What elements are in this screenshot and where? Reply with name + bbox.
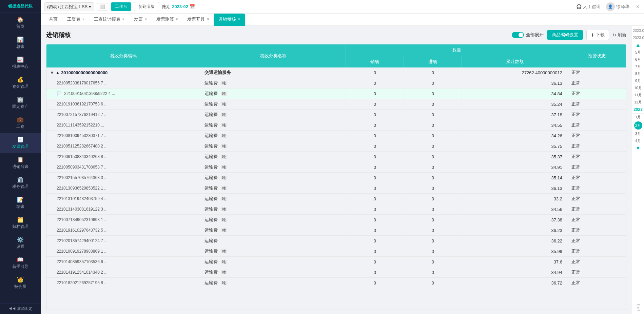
table-row: 2210072157376219412 7 ... 运输费 吨 0 0 37.1… xyxy=(46,110,626,120)
expand-toggle[interactable] xyxy=(512,32,524,38)
sidebar-label-funds: 资金管理 xyxy=(12,84,28,90)
td-status: 正常 xyxy=(568,67,626,78)
settings-button[interactable]: 商品编码设置 xyxy=(547,30,583,40)
td-purchase: 0 xyxy=(404,67,462,78)
tab-salary-stats[interactable]: 工资统计报表 × xyxy=(89,14,129,26)
chevron-down-icon: ▾ xyxy=(89,4,91,9)
sidebar-item-home[interactable]: 🏠 首页 xyxy=(0,13,41,33)
page-title: 进销稽核 xyxy=(46,31,71,39)
td-name: 运输费 吨 xyxy=(201,162,346,173)
td-status: 正常 xyxy=(568,89,626,99)
td-cumulative: 34.26 xyxy=(462,131,568,141)
month-9[interactable]: 9月 xyxy=(632,77,644,84)
tab-invoice[interactable]: 发票 × xyxy=(129,14,152,26)
support-label: 人工咨询 xyxy=(583,4,601,10)
app-name: 畅捷通易代账 xyxy=(8,4,33,8)
td-invoice-no: 2210182021269257195 8 ... xyxy=(46,278,201,288)
td-purchase: 0 xyxy=(404,110,462,120)
support-button[interactable]: 🎧 人工咨询 xyxy=(576,4,601,10)
table-row: 2210191036192170753 6 ... 运输费 吨 0 0 35.2… xyxy=(46,99,626,110)
sidebar-label-purchase-ledger: 进销台账 xyxy=(12,164,28,170)
td-name: 运输费 吨 xyxy=(201,99,346,110)
td-status: 正常 xyxy=(568,152,626,162)
tab-invoice-issue[interactable]: 发票开具 × xyxy=(182,14,214,26)
download-button[interactable]: ⬇ 下载 xyxy=(586,30,609,40)
sidebar-item-reports[interactable]: 📈 报表中心 xyxy=(0,53,41,73)
sidebar-item-settings[interactable]: ⚙️ 设置 xyxy=(0,233,41,253)
month-7[interactable]: 7月 xyxy=(632,63,644,70)
td-name: 运输费 吨 xyxy=(201,89,346,99)
table-row: 2210191610297643732 5 ... 运输费 吨 0 0 36.2… xyxy=(46,225,626,236)
td-invoice-no: 2210051125282667480 2 ... xyxy=(46,141,201,152)
td-name: 运输费 吨 xyxy=(201,131,346,141)
sidebar-item-funds[interactable]: 💰 资金管理 xyxy=(0,73,41,93)
nav-up-button[interactable]: ▲ xyxy=(635,41,642,49)
td-purchase: 0 xyxy=(404,194,462,204)
sidebar-label-reports: 报表中心 xyxy=(12,64,28,70)
month-8[interactable]: 8月 xyxy=(632,70,644,77)
workspace-button[interactable]: 工作台 xyxy=(111,2,131,11)
close-tab-invoice-calc[interactable]: × xyxy=(176,17,178,21)
td-sale: 0 xyxy=(346,99,404,110)
close-tab-invoice-issue[interactable]: × xyxy=(207,17,209,21)
close-window-button[interactable]: × xyxy=(635,4,641,10)
td-invoice-no: 2210050903431708658 7 ... xyxy=(46,162,201,173)
month-3[interactable]: 3月 xyxy=(632,130,644,137)
sidebar-label-member: 畅会员 xyxy=(14,284,26,290)
close-tab-salary[interactable]: × xyxy=(82,17,84,21)
sidebar-item-purchase-ledger[interactable]: 📋 进销台账 xyxy=(0,153,41,173)
month-11[interactable]: 11月 xyxy=(632,92,644,99)
sidebar-label-tax: 税务管理 xyxy=(12,184,28,190)
td-purchase: 0 xyxy=(404,267,462,278)
td-invoice-no: 2210131403081619122 3 ... xyxy=(46,204,201,215)
sidebar-item-ledger[interactable]: 📊 总账 xyxy=(0,33,41,53)
sidebar-item-member[interactable]: 👑 畅会员 xyxy=(0,273,41,293)
main-area: (勿动) 江西报宝-LSS ▾ ⬜ 工作台 切到旧版 账期 2023-02 📅 … xyxy=(41,0,644,314)
sidebar-item-archive[interactable]: 🗂️ 归档管理 xyxy=(0,213,41,233)
close-tab-invoice[interactable]: × xyxy=(145,17,147,21)
user-menu[interactable]: 👤 徐泽华 xyxy=(606,2,629,11)
sidebar-item-guide[interactable]: 📖 新手引导 xyxy=(0,253,41,273)
switch-version-button[interactable]: 切到旧版 xyxy=(134,2,159,11)
td-code: ▼ ▲ 3010000000000000000 xyxy=(46,67,201,78)
month-10[interactable]: 10月 xyxy=(632,84,644,92)
td-cumulative: 36.13 xyxy=(462,78,568,89)
month-1[interactable]: 1月 xyxy=(632,114,644,121)
sidebar-item-checkout[interactable]: 📝 结账 xyxy=(0,193,41,213)
td-cumulative: 35.99 xyxy=(462,246,568,257)
td-name: 运输费 吨 xyxy=(201,278,346,288)
td-cumulative: 34.84 xyxy=(462,89,568,99)
company-selector[interactable]: (勿动) 江西报宝-LSS ▾ xyxy=(44,2,94,11)
month-6[interactable]: 6月 xyxy=(632,56,644,63)
td-name: 运输费 吨 xyxy=(201,152,346,162)
month-5[interactable]: 5月 xyxy=(632,49,644,56)
calendar-icon[interactable]: 📅 xyxy=(190,4,195,9)
month-4[interactable]: 4月 xyxy=(632,137,644,144)
month-2-active[interactable]: 2月 xyxy=(634,121,642,130)
td-cumulative: 34.56 xyxy=(462,204,568,215)
sidebar-item-invoice[interactable]: 🧾 发票管理 xyxy=(0,133,41,153)
reports-icon: 📈 xyxy=(17,56,24,63)
sidebar-item-tax[interactable]: 🏛️ 税务管理 xyxy=(0,173,41,193)
table-row: 2210061508340340268 8 ... 运输费 吨 0 0 35.3… xyxy=(46,152,626,162)
close-tab-salary-stats[interactable]: × xyxy=(122,17,124,21)
download-icon: ⬇ xyxy=(591,33,594,38)
refresh-button[interactable]: ↻ 刷新 xyxy=(612,32,626,38)
tab-sale-check[interactable]: 进销稽核 × xyxy=(214,14,245,26)
td-cumulative: 36.22 xyxy=(462,236,568,246)
copy-button[interactable]: ⬜ xyxy=(97,3,108,11)
expand-icon[interactable]: ▼ xyxy=(50,70,54,75)
month-12[interactable]: 12月 xyxy=(632,99,644,106)
td-sale: 0 xyxy=(346,194,404,204)
sidebar-item-salary[interactable]: 💼 工资 xyxy=(0,113,41,133)
tab-salary-table[interactable]: 工资表 × xyxy=(62,14,89,26)
tab-home[interactable]: 首页 xyxy=(44,14,62,26)
close-tab-sale-check[interactable]: × xyxy=(238,17,240,21)
topbar: (勿动) 江西报宝-LSS ▾ ⬜ 工作台 切到旧版 账期 2023-02 📅 … xyxy=(41,0,644,14)
nav-down-button[interactable]: ▼ xyxy=(635,144,642,152)
toggle-expand: 全部展开 xyxy=(512,32,544,38)
sidebar-bottom-pin[interactable]: ◀◀ 取消固定 xyxy=(0,303,41,314)
tab-invoice-calc[interactable]: 发票测算 × xyxy=(152,14,183,26)
sidebar-item-assets[interactable]: 🏢 固定资产 xyxy=(0,93,41,113)
td-name: 运输费 吨 xyxy=(201,246,346,257)
